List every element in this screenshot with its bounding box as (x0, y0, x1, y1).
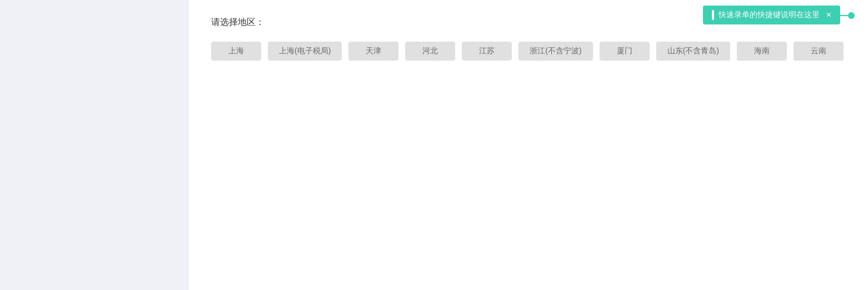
tooltip-text: 快速录单的快捷键说明在这里 (719, 10, 820, 20)
tooltip-line (838, 15, 848, 16)
region-button-hebei[interactable]: 河北 (405, 42, 455, 61)
region-button-shanghai[interactable]: 上海 (211, 42, 261, 61)
tooltip-close-button[interactable]: × (826, 11, 831, 19)
main-content: 请选择地区： 上海上海(电子税局)天津河北江苏浙江(不含宁波)厦门山东(不含青岛… (189, 0, 868, 290)
region-button-tianjin[interactable]: 天津 (348, 42, 398, 61)
region-button-shanghai-etax[interactable]: 上海(电子税局) (268, 42, 342, 61)
region-button-hainan[interactable]: 海南 (737, 42, 787, 61)
region-button-yunnan[interactable]: 云南 (794, 42, 844, 61)
tooltip-bar (712, 10, 714, 20)
region-buttons: 上海上海(电子税局)天津河北江苏浙江(不含宁波)厦门山东(不含青岛)海南云南 (211, 42, 846, 61)
region-button-xiamen[interactable]: 厦门 (600, 42, 650, 61)
tooltip-dot (848, 12, 855, 19)
region-button-shandong[interactable]: 山东(不含青岛) (656, 42, 730, 61)
left-sidebar (0, 0, 189, 290)
region-button-jiangsu[interactable]: 江苏 (462, 42, 512, 61)
region-button-zhejiang[interactable]: 浙江(不含宁波) (518, 42, 592, 61)
tooltip-banner: 快速录单的快捷键说明在这里 × (703, 6, 840, 24)
